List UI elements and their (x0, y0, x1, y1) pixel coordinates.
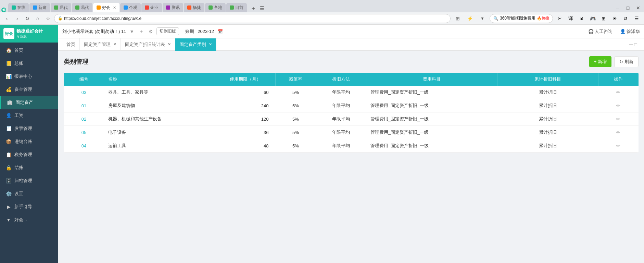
consultant-btn[interactable]: 🎧 人工咨询 (588, 28, 613, 35)
tab-minimize-icon[interactable]: ─ (629, 41, 633, 48)
sidebar-item-inventory[interactable]: 📦 进销台账 (0, 135, 58, 148)
sidebar-item-closing[interactable]: 🔒 结账 (0, 161, 58, 174)
content-tab-category[interactable]: 固定资产类别 ✕ (175, 38, 216, 51)
new-tab-icon[interactable]: ＋ (250, 4, 256, 12)
window-maximize-btn[interactable]: □ (623, 3, 632, 12)
bookmark-btn[interactable]: ☆ (44, 14, 52, 23)
settings-gear-icon[interactable]: ⚙ (149, 29, 153, 34)
tab-restore-icon[interactable]: □ (634, 42, 637, 47)
cell-accumulated-3: 累计折旧 (497, 126, 598, 139)
edit-btn-4[interactable]: ✏ (616, 143, 620, 148)
tab-settings-icon[interactable]: ☰ (260, 5, 264, 11)
browser-dropdown-btn[interactable]: ▼ (477, 16, 488, 21)
table-row: 01 房屋及建筑物 240 5% 年限平均 管理费用_固定资产折旧_一级 累计折… (64, 99, 639, 112)
cell-expense-1: 管理费用_固定资产折旧_一级 (366, 99, 497, 112)
table-header-row: 编号 名称 使用期限（月） 残值率 折旧方法 费用科目 累计折旧科目 操作 (64, 73, 639, 86)
translate-icon[interactable]: 译 (566, 14, 576, 23)
content-tab-asset-mgmt[interactable]: 固定资产管理 ✕ (80, 38, 121, 51)
edit-btn-0[interactable]: ✏ (616, 89, 620, 95)
cell-residual-1: 5% (276, 99, 316, 112)
menu-icon[interactable]: ☰ (632, 14, 641, 23)
browser-logo-icon: 畅 (1, 8, 6, 12)
browser-tab-gedi[interactable]: 各地 (205, 3, 226, 12)
sidebar-item-settings[interactable]: ⚙️ 设置 (0, 187, 58, 200)
tab-action-icons: ＋ ☰ (250, 4, 264, 12)
col-header-action: 操作 (598, 73, 639, 86)
browser-tab-qiye[interactable]: 企业 (141, 3, 162, 12)
window-minimize-btn[interactable]: ─ (613, 3, 622, 12)
browser-tab-xinjian[interactable]: 新建 (29, 3, 50, 12)
edit-btn-2[interactable]: ✏ (616, 116, 620, 122)
sidebar-item-finance[interactable]: 💰 资金管理 (0, 83, 58, 96)
cell-name-4: 运输工具 (104, 139, 215, 153)
sidebar-label-tax: 税务管理 (14, 152, 32, 158)
tab-close-category[interactable]: ✕ (209, 42, 212, 47)
browser-lightning-btn[interactable]: ⚡ (465, 16, 475, 21)
cell-residual-3: 5% (276, 126, 316, 139)
period-label: 账期 (185, 28, 194, 35)
cell-months-1: 240 (215, 99, 276, 112)
sidebar-item-invoice[interactable]: 🧾 发票管理 (0, 122, 58, 135)
account-dropdown-icon[interactable]: ▼ (129, 29, 134, 34)
refresh-icon: ↻ (619, 59, 623, 64)
tab-close-depreciation[interactable]: ✕ (168, 42, 171, 47)
window-close-btn[interactable]: ✕ (634, 3, 643, 12)
sidebar-item-more[interactable]: ▼ 好会... (0, 213, 58, 226)
browser-tab-geshui[interactable]: 个税 (120, 3, 141, 12)
sidebar-item-archive[interactable]: 🗄️ 归档管理 (0, 174, 58, 187)
browser-tab-muqian[interactable]: 目前 (226, 3, 247, 12)
sidebar-item-reports[interactable]: 📊 报表中心 (0, 70, 58, 83)
content-tab-home[interactable]: 首页 (62, 38, 80, 51)
cell-expense-4: 管理费用_固定资产折旧_一级 (366, 139, 497, 153)
browser-tools-btn[interactable]: ⊞ (453, 16, 463, 21)
edit-btn-1[interactable]: ✏ (616, 103, 620, 108)
browser-tab-changjie[interactable]: 畅捷 (184, 3, 204, 12)
sidebar-item-salary[interactable]: 👤 工资 (0, 109, 58, 122)
edit-btn-3[interactable]: ✏ (616, 130, 620, 135)
browser-tab-yidai2[interactable]: 易代 (72, 3, 92, 12)
sidebar-item-fixed-assets[interactable]: 🏢 固定资产 (0, 96, 58, 109)
reload-btn[interactable]: ↻ (23, 14, 31, 23)
tab-close-icon[interactable]: ✕ (113, 5, 116, 10)
guide-icon: ▶ (5, 204, 12, 210)
cell-action-4: ✏ (598, 139, 639, 153)
add-btn[interactable]: + 新增 (589, 56, 611, 67)
address-bar[interactable]: 🔒 https://cloud.chanjet.com/accounting/u… (54, 14, 451, 23)
search-bar[interactable]: 🔍 360智能抠图免费用 🔥热搜 (490, 14, 553, 23)
grid-icon[interactable]: ⊞ (599, 14, 608, 23)
add-account-icon[interactable]: ＋ (139, 28, 144, 35)
browser-tab-yidai1[interactable]: 易代 (51, 3, 71, 12)
sidebar-item-home[interactable]: 🏠 首页 (0, 44, 58, 57)
logo-text-group: 畅捷通好会计 专业版 (16, 28, 43, 39)
tab-close-asset-mgmt[interactable]: ✕ (113, 42, 116, 47)
user-profile-btn[interactable]: 👤 徐泽华 (620, 28, 640, 35)
cell-method-1: 年限平均 (316, 99, 366, 112)
sidebar-label-ledger: 总账 (14, 60, 23, 67)
browser-tab-tencent[interactable]: 腾讯 (163, 3, 183, 12)
sidebar-item-guide[interactable]: ▶ 新手引导 (0, 200, 58, 213)
back-btn[interactable]: ‹ (3, 14, 11, 23)
browser-tab-haokuai[interactable]: 好会 ✕ (93, 3, 119, 12)
undo-icon[interactable]: ↺ (621, 14, 630, 23)
wallet-icon[interactable]: ¥ (577, 14, 586, 23)
closing-icon: 🔒 (5, 165, 12, 171)
tab-window-controls: ─ □ (629, 41, 640, 48)
game-icon[interactable]: 🎮 (588, 14, 597, 23)
sidebar-item-ledger[interactable]: 📒 总账 (0, 57, 58, 70)
cell-action-2: ✏ (598, 112, 639, 126)
sun-icon[interactable]: ☀ (610, 14, 619, 23)
refresh-btn[interactable]: ↻ 刷新 (614, 56, 639, 67)
cell-expense-0: 管理费用_固定资产折旧_一级 (366, 86, 497, 99)
switch-version-btn[interactable]: 切到旧版 (156, 27, 179, 35)
content-tab-depreciation[interactable]: 固定资产折旧统计表 ✕ (121, 38, 175, 51)
forward-btn[interactable]: › (13, 14, 21, 23)
sidebar-item-tax[interactable]: 📋 税务管理 (0, 148, 58, 161)
search-text: 360智能抠图免费用 (500, 15, 535, 21)
home-btn[interactable]: ⌂ (34, 14, 42, 23)
calendar-icon[interactable]: 📅 (217, 29, 223, 34)
sidebar-label-finance: 资金管理 (14, 86, 32, 93)
browser-tab-zaixin[interactable]: 在线 (8, 3, 29, 12)
app-container: 好会 畅捷通好会计 专业版 🏠 首页 📒 总账 📊 报表中心 💰 资金管理 (0, 25, 644, 263)
sidebar-label-guide: 新手引导 (14, 204, 32, 210)
scissors-icon[interactable]: ✂ (555, 14, 565, 23)
